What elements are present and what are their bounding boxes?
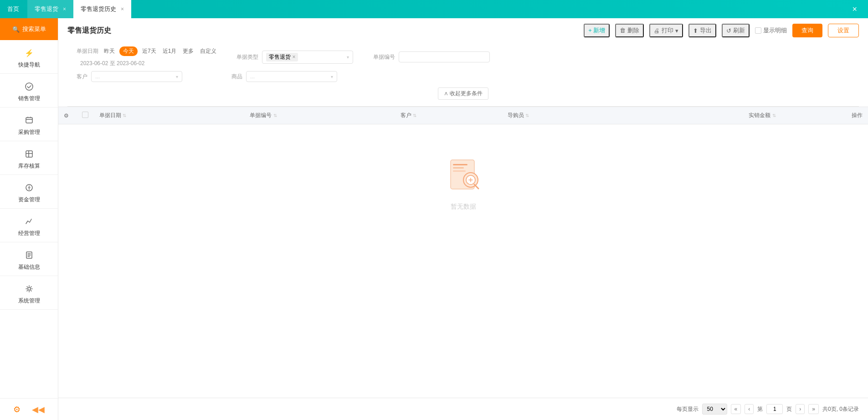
type-select-arrow: ▾ (347, 55, 349, 60)
sidebar-item-quick-nav[interactable]: ⚡ 快捷导航 (0, 40, 58, 74)
tab-retail-return-label: 零售退货 (35, 5, 58, 13)
basic-info-icon (23, 249, 36, 261)
date-opt-1month[interactable]: 近1月 (161, 46, 179, 56)
table-head: ⚙ 单据日期 单据编号 客户 (58, 107, 868, 124)
total-text: 共0页, 0条记录 (822, 405, 859, 413)
window-close-button[interactable]: × (848, 5, 861, 14)
goods-select[interactable]: ... ▾ (246, 71, 337, 82)
prev-page-button[interactable]: ‹ (745, 404, 754, 414)
date-opt-custom[interactable]: 自定义 (198, 46, 218, 56)
new-button[interactable]: + 新增 (584, 24, 610, 37)
date-opt-today[interactable]: 今天 (119, 46, 138, 56)
page-input[interactable] (766, 404, 783, 414)
page-actions: + 新增 🗑 删除 🖨 打印 ▾ ⬆ 导出 ↺ 刷新 (584, 24, 859, 37)
sales-mgmt-icon (23, 80, 36, 93)
sidebar-item-finance[interactable]: 资金管理 (0, 175, 58, 209)
th-checkbox[interactable] (77, 107, 94, 124)
settings-icon[interactable]: ⚙ (64, 113, 69, 119)
first-page-button[interactable]: « (731, 404, 741, 414)
collapse-button[interactable]: ∧ 收起更多条件 (438, 87, 488, 100)
sidebar-search[interactable]: 🔍 搜索菜单 (0, 18, 58, 40)
filter-row-2: 客户 ... ▾ 商品 ... ▾ (77, 71, 850, 82)
sidebar-collapse-icon[interactable]: ◀◀ (32, 405, 45, 415)
print-dropdown-icon: ▾ (675, 27, 678, 34)
customer-select[interactable]: ... ▾ (91, 71, 182, 82)
next-page-button[interactable]: › (796, 404, 805, 414)
order-no-input[interactable] (399, 51, 490, 62)
sidebar-item-inventory-label: 库存核算 (18, 162, 40, 170)
tab-retail-return-history-label: 零售退货历史 (81, 5, 116, 13)
refresh-icon: ↺ (726, 27, 731, 34)
filter-row-1: 单据日期 昨天 今天 近7天 近1月 更多 自定义 2023-06-02 至 2… (77, 46, 850, 67)
th-guide[interactable]: 导购员 (502, 107, 631, 124)
date-opt-7days[interactable]: 近7天 (140, 46, 158, 56)
svg-rect-9 (453, 170, 466, 172)
settings-button[interactable]: 设置 (828, 24, 859, 37)
date-opt-more[interactable]: 更多 (181, 46, 195, 56)
operations-icon (23, 215, 36, 228)
table-body: 暂无数据 (58, 124, 868, 239)
th-customer[interactable]: 客户 (395, 107, 502, 124)
top-bar: 首页 零售退货 × 零售退货历史 × × (0, 0, 868, 18)
sidebar-item-basic-info[interactable]: 基础信息 (0, 242, 58, 276)
show-detail-checkbox-box[interactable] (755, 27, 761, 34)
page-size-label: 每页显示 (677, 405, 699, 413)
sidebar-item-sales-mgmt[interactable]: 销售管理 (0, 74, 58, 108)
th-actions-label: 操作 (852, 112, 863, 118)
query-button[interactable]: 查询 (792, 24, 822, 37)
sidebar-item-purchase-mgmt[interactable]: 采购管理 (0, 108, 58, 141)
page-title-row: 零售退货历史 + 新增 🗑 删除 🖨 打印 ▾ ⬆ 导出 ↺ (67, 24, 859, 37)
sidebar-item-system-mgmt-label: 系统管理 (18, 297, 40, 305)
th-guide-label: 导购员 (508, 112, 524, 118)
svg-point-0 (26, 83, 33, 90)
th-order-no[interactable]: 单据编号 (244, 107, 395, 124)
filter-col-date: 单据日期 昨天 今天 近7天 近1月 更多 自定义 2023-06-02 至 2… (77, 46, 218, 67)
show-detail-label: 显示明细 (763, 26, 787, 35)
tab-home[interactable]: 首页 (0, 0, 26, 18)
top-bar-right: × (848, 5, 868, 14)
page-unit-label: 页 (786, 405, 792, 413)
select-all-checkbox[interactable] (82, 112, 88, 118)
svg-rect-1 (26, 118, 32, 123)
collapse-row: ∧ 收起更多条件 (77, 86, 850, 102)
page-size-select[interactable]: 50 10 20 100 (702, 404, 727, 415)
empty-icon (441, 152, 486, 197)
type-tag-close[interactable]: × (292, 54, 295, 60)
pagination-bar: 每页显示 50 10 20 100 « ‹ 第 页 › » 共0页, 0条记录 (58, 398, 868, 420)
th-actions: 操作 (781, 107, 868, 124)
finance-icon (23, 181, 36, 194)
th-date[interactable]: 单据日期 (94, 107, 244, 124)
th-settings[interactable]: ⚙ (58, 107, 77, 124)
th-amount[interactable]: 实销金额 (631, 107, 781, 124)
export-icon: ⬆ (693, 27, 698, 34)
date-opt-yesterday[interactable]: 昨天 (102, 46, 117, 56)
customer-select-arrow: ▾ (176, 74, 178, 79)
svg-rect-2 (26, 151, 32, 157)
tab-retail-return-history[interactable]: 零售退货历史 × (73, 0, 131, 18)
tab-retail-return[interactable]: 零售退货 × (27, 0, 73, 18)
sidebar-item-operations[interactable]: 经营管理 (0, 209, 58, 242)
export-button[interactable]: ⬆ 导出 (688, 24, 716, 37)
sidebar-item-sales-mgmt-label: 销售管理 (18, 95, 40, 102)
refresh-button[interactable]: ↺ 刷新 (722, 24, 750, 37)
tab-retail-return-close[interactable]: × (63, 6, 66, 12)
th-amount-label: 实销金额 (749, 112, 770, 118)
sidebar-item-inventory[interactable]: 库存核算 (0, 141, 58, 175)
print-icon: 🖨 (654, 27, 660, 34)
svg-point-5 (28, 287, 31, 290)
sidebar-settings-icon[interactable]: ⚙ (13, 405, 21, 415)
sidebar-item-system-mgmt[interactable]: 系统管理 (0, 276, 58, 310)
show-detail-checkbox[interactable]: 显示明细 (755, 26, 787, 35)
type-tag: 零售退货 × (266, 53, 298, 61)
sidebar-item-quick-nav-label: 快捷导航 (18, 61, 40, 69)
type-label: 单据类型 (236, 53, 258, 61)
last-page-button[interactable]: » (808, 404, 819, 414)
type-select[interactable]: 零售退货 × ▾ (262, 51, 353, 64)
main-layout: 🔍 搜索菜单 ⚡ 快捷导航 销售管理 采购管理 (0, 18, 868, 420)
delete-button[interactable]: 🗑 删除 (615, 24, 644, 37)
print-button[interactable]: 🖨 打印 ▾ (649, 24, 683, 37)
search-icon: 🔍 (12, 26, 20, 33)
tab-retail-return-history-close[interactable]: × (121, 6, 124, 12)
th-customer-label: 客户 (401, 112, 411, 118)
svg-rect-8 (453, 167, 464, 169)
